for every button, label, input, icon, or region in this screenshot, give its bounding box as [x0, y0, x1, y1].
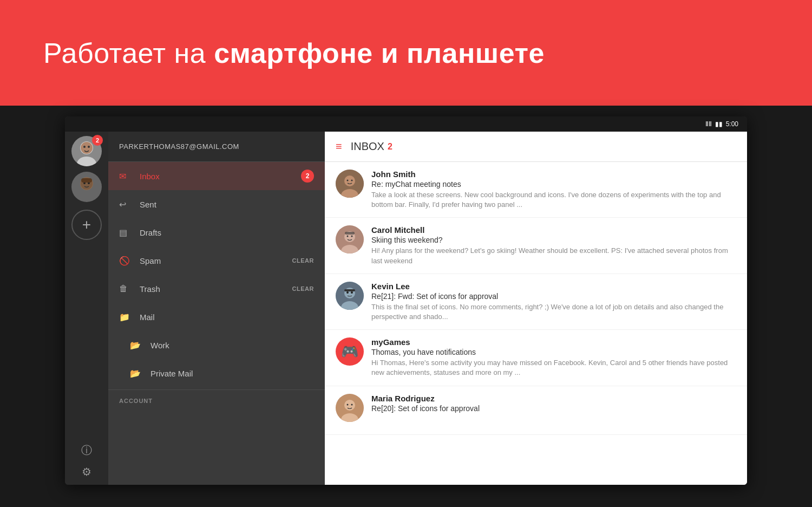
folder-item-mail[interactable]: 📁 Mail: [108, 303, 325, 331]
private-mail-label: Private Mail: [150, 369, 314, 378]
avatar-john-smith: [336, 170, 364, 198]
mail-icon: 📁: [119, 312, 134, 322]
folder-item-inbox[interactable]: ✉ Inbox 2: [108, 162, 325, 190]
svg-point-18: [347, 236, 349, 237]
email-panel: ≡ INBOX 2: [325, 132, 747, 485]
account-header: PARKERTHOMAS87@GMAIL.COM: [108, 132, 325, 162]
email-preview: Hi! Any plans for the weekend? Let's go …: [371, 246, 736, 265]
email-body-john: John Smith Re: myChat meeting notes Take…: [371, 170, 736, 210]
notification-badge-1: 2: [92, 135, 103, 146]
battery-icon: ▮▮: [715, 120, 723, 128]
spam-label: Spam: [140, 256, 292, 265]
settings-icon[interactable]: ⚙: [82, 465, 91, 478]
avatar-kevin-lee: [336, 282, 364, 310]
svg-point-19: [351, 236, 353, 237]
status-icons: ⅡⅡ ▮▮ 5:00: [705, 120, 738, 128]
folder-list: ✉ Inbox 2 ↩ Sent ▤ Drafts: [108, 162, 325, 485]
spam-clear-button[interactable]: CLEAR: [292, 257, 314, 264]
email-preview: Hi Thomas, Here's some activity you may …: [371, 358, 736, 378]
mail-label: Mail: [140, 313, 314, 322]
trash-clear-button[interactable]: CLEAR: [292, 285, 314, 292]
svg-point-24: [346, 291, 349, 294]
email-subject: Re: myChat meeting notes: [371, 180, 736, 188]
trash-icon: 🗑: [119, 284, 134, 294]
email-item[interactable]: 🎮 myGames Thomas, you have notifications…: [325, 330, 747, 386]
avatar-image-2: [71, 172, 102, 202]
inbox-title: INBOX: [351, 140, 384, 153]
avatar-bottom-icons: ⓘ ⚙: [81, 443, 92, 485]
drafts-icon: ▤: [119, 227, 134, 238]
device-area: ⅡⅡ ▮▮ 5:00: [0, 106, 812, 507]
svg-point-31: [351, 404, 353, 405]
inbox-badge: 2: [301, 170, 314, 183]
avatar-maria-rodriguez: [336, 394, 364, 422]
work-label: Work: [150, 341, 314, 350]
folder-item-drafts[interactable]: ▤ Drafts: [108, 218, 325, 246]
email-body-kevin: Kevin Lee Re[21]: Fwd: Set of icons for …: [371, 282, 736, 322]
secondary-user-avatar[interactable]: [71, 172, 102, 202]
avatar-rail: 2 + ⓘ: [65, 132, 108, 485]
trash-label: Trash: [140, 284, 292, 294]
drafts-label: Drafts: [140, 228, 314, 237]
folder-divider: [108, 389, 325, 390]
svg-rect-9: [81, 178, 92, 183]
folder-sidebar: PARKERTHOMAS87@GMAIL.COM ✉ Inbox 2 ↩ Sen…: [108, 132, 325, 485]
email-item[interactable]: Kevin Lee Re[21]: Fwd: Set of icons for …: [325, 274, 747, 330]
email-item[interactable]: Maria Rodriguez Re[20]: Set of icons for…: [325, 386, 747, 435]
svg-point-11: [344, 176, 355, 186]
banner-text: Работает на смартфоне и планшете: [43, 37, 545, 69]
folder-item-spam[interactable]: 🚫 Spam CLEAR: [108, 246, 325, 275]
email-item[interactable]: Carol Mitchell Skiing this weekend? Hi! …: [325, 218, 747, 274]
email-body-maria: Maria Rodriguez Re[20]: Set of icons for…: [371, 394, 736, 414]
svg-rect-20: [345, 232, 355, 235]
email-preview: Take a look at these screens. New cool b…: [371, 190, 736, 210]
email-subject: Re[20]: Set of icons for approval: [371, 404, 736, 413]
inbox-label: Inbox: [140, 172, 301, 181]
screen: ⅡⅡ ▮▮ 5:00: [65, 116, 747, 485]
avatar-carol-mitchell: [336, 225, 364, 253]
email-preview: This is the final set of icons. No more …: [371, 302, 736, 322]
folder-item-private[interactable]: 📂 Private Mail: [108, 359, 325, 387]
svg-point-4: [88, 146, 90, 148]
current-user-avatar[interactable]: 2: [71, 136, 102, 166]
email-item[interactable]: John Smith Re: myChat meeting notes Take…: [325, 162, 747, 218]
email-subject: Thomas, you have notifications: [371, 348, 736, 356]
work-folder-icon: 📂: [130, 340, 145, 350]
folder-item-sent[interactable]: ↩ Sent: [108, 190, 325, 218]
account-email: PARKERTHOMAS87@GMAIL.COM: [119, 142, 239, 151]
email-body-mygames: myGames Thomas, you have notifications H…: [371, 337, 736, 378]
signal-icon: ⅡⅡ: [705, 120, 712, 128]
spam-icon: 🚫: [119, 256, 134, 266]
avatar-mygames: 🎮: [336, 337, 364, 366]
svg-point-30: [347, 404, 349, 405]
main-content: 2 + ⓘ: [65, 132, 747, 485]
private-folder-icon: 📂: [130, 368, 145, 379]
svg-rect-26: [344, 289, 355, 291]
svg-point-3: [83, 146, 86, 148]
email-sender: Maria Rodriguez: [371, 394, 736, 403]
svg-point-14: [351, 180, 353, 181]
email-list: John Smith Re: myChat meeting notes Take…: [325, 162, 747, 485]
svg-point-25: [351, 291, 353, 294]
email-body-carol: Carol Mitchell Skiing this weekend? Hi! …: [371, 225, 736, 265]
top-banner: Работает на смартфоне и планшете: [0, 0, 812, 106]
alert-icon[interactable]: ⓘ: [81, 443, 92, 458]
add-account-button[interactable]: +: [71, 210, 102, 240]
inbox-icon: ✉: [119, 171, 134, 181]
email-header: ≡ INBOX 2: [325, 132, 747, 162]
email-sender: Carol Mitchell: [371, 225, 736, 235]
svg-point-13: [347, 180, 349, 181]
email-sender: Kevin Lee: [371, 282, 736, 291]
email-subject: Re[21]: Fwd: Set of icons for approval: [371, 292, 736, 301]
email-sender: John Smith: [371, 170, 736, 179]
svg-point-1: [77, 157, 96, 166]
time-display: 5:00: [726, 120, 738, 128]
account-section-label: ACCOUNT: [108, 392, 325, 407]
folder-item-work[interactable]: 📂 Work: [108, 331, 325, 359]
hamburger-icon[interactable]: ≡: [336, 140, 342, 153]
folder-item-trash[interactable]: 🗑 Trash CLEAR: [108, 275, 325, 303]
email-sender: myGames: [371, 337, 736, 347]
sent-icon: ↩: [119, 199, 134, 210]
inbox-count: 2: [388, 142, 392, 152]
sent-label: Sent: [140, 200, 314, 209]
